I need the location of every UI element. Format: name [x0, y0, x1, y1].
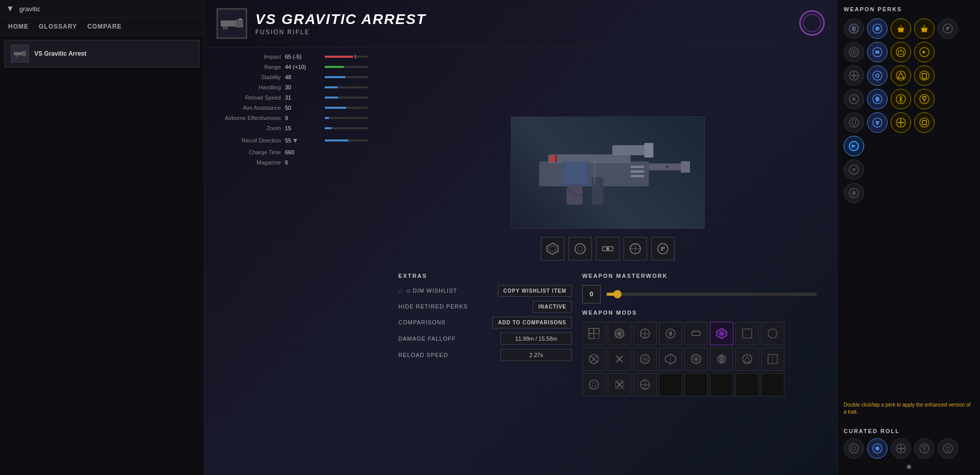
mod-cell-1-4[interactable]: [684, 347, 708, 371]
stat-value-aim-assistance: 50: [285, 105, 321, 111]
stat-value-charge-time: 660: [285, 149, 321, 155]
extras-label-retired: HIDE RETIRED PERKS: [398, 303, 468, 310]
mod-cell-0-4[interactable]: [684, 322, 708, 345]
perks-panel: WEAPON PERKS: [837, 0, 980, 475]
weapon-perk-icon-0[interactable]: [541, 237, 564, 260]
svg-rect-12: [644, 142, 653, 157]
stat-bar-stability: [325, 76, 368, 78]
inactive-button[interactable]: INACTIVE: [533, 301, 572, 313]
perk-slot-2-3[interactable]: [914, 42, 935, 62]
mod-cell-0-5[interactable]: [710, 322, 733, 345]
bottom-panels: EXTRAS ◇ ◇ DIM WISHLIST COPY WISHLIST IT…: [388, 267, 827, 407]
weapon-perk-icons-row: [541, 237, 675, 260]
mod-cell-0-1[interactable]: [608, 322, 631, 345]
curated-perk-4[interactable]: [938, 438, 958, 459]
svg-rect-85: [898, 28, 904, 29]
svg-marker-71: [744, 356, 750, 362]
mod-cell-0-7[interactable]: [761, 322, 784, 345]
perk-slot-5-0[interactable]: [844, 112, 864, 133]
mod-cell-2-2[interactable]: [633, 373, 657, 396]
mod-cell-1-3[interactable]: [659, 347, 682, 371]
stat-bar-fill-impact: [325, 56, 353, 58]
mod-cell-2-1[interactable]: [608, 373, 631, 396]
stat-bar-marker-impact: [355, 55, 356, 59]
weapon-perk-icon-4[interactable]: [651, 237, 675, 260]
weapon-list-item[interactable]: VS Gravitic Arrest: [4, 40, 200, 67]
curated-roll-row: [844, 438, 974, 459]
stat-bar-fill-recoil: [325, 139, 348, 141]
extras-row-falloff: DAMAGE FALLOFF 11.99m / 15.58m: [398, 332, 572, 345]
curated-perk-1[interactable]: [867, 438, 888, 459]
mod-cell-1-7[interactable]: [761, 347, 784, 371]
perk-slot-2-0[interactable]: [844, 42, 864, 62]
search-input[interactable]: [19, 5, 198, 13]
mod-cell-2-0[interactable]: [582, 373, 606, 396]
svg-marker-46: [668, 330, 673, 337]
weapon-list-icon: [11, 44, 29, 63]
mod-cell-2-3: [659, 373, 682, 396]
perk-slot-selected[interactable]: [844, 136, 864, 156]
perk-slot-5-1[interactable]: [867, 112, 888, 133]
mod-cell-0-6[interactable]: [735, 322, 759, 345]
perk-slot-1-4[interactable]: [938, 18, 958, 39]
main-content: VS GRAVITIC ARREST FUSION RIFLE Impact 6…: [204, 0, 837, 475]
perk-slot-1-1[interactable]: [867, 18, 888, 39]
stat-aim-assistance: Aim Assistance 50: [214, 105, 368, 111]
mod-cell-0-3[interactable]: [659, 322, 682, 345]
stat-bar-fill-stability: [325, 76, 345, 78]
perk-slot-1-2[interactable]: [891, 18, 911, 39]
weapon-perk-icon-1[interactable]: [568, 237, 592, 260]
perk-slot-4-2[interactable]: [891, 89, 911, 109]
perk-slot-5-3[interactable]: [914, 112, 935, 133]
weapon-perk-icon-3[interactable]: [624, 237, 647, 260]
perk-row-3: [844, 65, 974, 86]
sidebar-header: ▼: [0, 0, 204, 18]
masterwork-inner-ring: [803, 14, 821, 32]
stat-label-aim-assistance: Aim Assistance: [214, 105, 281, 111]
filter-icon[interactable]: ▼: [6, 4, 14, 13]
masterwork-slider[interactable]: [607, 293, 817, 296]
add-to-comparisons-button[interactable]: ADD TO COMPARISONS: [492, 317, 572, 328]
extras-label-comparisons: COMPARISONS: [398, 319, 446, 325]
perk-slot-4-0[interactable]: [844, 89, 864, 109]
perk-slot-3-3[interactable]: [914, 65, 935, 86]
nav-home[interactable]: HOME: [8, 23, 29, 30]
perk-slot-2-1[interactable]: [867, 42, 888, 62]
mod-cell-1-0[interactable]: [582, 347, 606, 371]
perk-slot-7-0[interactable]: [844, 159, 864, 180]
nav-glossary[interactable]: GLOSSARY: [39, 23, 77, 30]
mod-cell-1-6[interactable]: [735, 347, 759, 371]
curated-perk-3[interactable]: [914, 438, 935, 459]
perk-slot-3-1[interactable]: [867, 65, 888, 86]
svg-point-29: [578, 246, 583, 251]
perk-slot-8-0[interactable]: [844, 183, 864, 203]
nav-compare[interactable]: COMPARE: [87, 23, 122, 30]
mod-cell-1-1[interactable]: [608, 347, 631, 371]
perk-slot-1-3[interactable]: [914, 18, 935, 39]
svg-point-93: [896, 48, 905, 57]
perk-slot-3-2[interactable]: [891, 65, 911, 86]
stat-label-magazine: Magazine: [214, 159, 281, 165]
stat-magazine: Magazine 6: [214, 159, 368, 165]
mod-cell-0-0[interactable]: [582, 322, 606, 345]
svg-rect-21: [630, 175, 644, 177]
weapon-perk-icon-2[interactable]: [596, 237, 619, 260]
mods-title: WEAPON MODS: [582, 310, 817, 316]
mod-cell-0-2[interactable]: [633, 322, 657, 345]
perk-slot-1-0[interactable]: [844, 18, 864, 39]
weapon-title-block: VS GRAVITIC ARREST FUSION RIFLE: [255, 11, 426, 36]
perk-slot-5-2[interactable]: [891, 112, 911, 133]
svg-rect-47: [692, 331, 700, 336]
svg-point-126: [852, 168, 855, 171]
copy-wishlist-button[interactable]: COPY WISHLIST ITEM: [498, 285, 572, 297]
masterwork-mods-column: WEAPON MASTERWORK 0 WEAPON MODS: [582, 267, 817, 396]
curated-perk-2[interactable]: [891, 438, 911, 459]
perk-slot-2-2[interactable]: [891, 42, 911, 62]
perk-slot-4-1[interactable]: [867, 89, 888, 109]
perk-slot-4-3[interactable]: [914, 89, 935, 109]
mod-cell-2-7: [761, 373, 784, 396]
mod-cell-1-5[interactable]: [710, 347, 733, 371]
mod-cell-1-2[interactable]: [633, 347, 657, 371]
perk-slot-3-0[interactable]: [844, 65, 864, 86]
curated-perk-0[interactable]: [844, 438, 864, 459]
